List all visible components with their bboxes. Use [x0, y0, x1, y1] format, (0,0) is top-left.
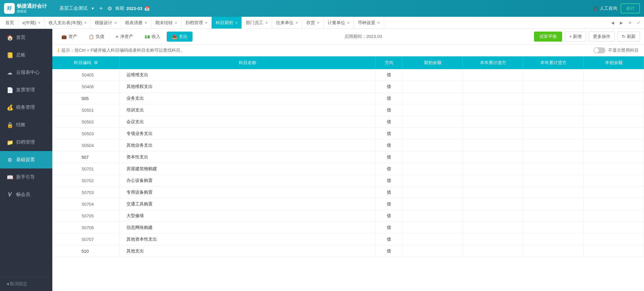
- close-icon[interactable]: ×: [205, 20, 207, 25]
- table-row[interactable]: 50707 其他资本性支出 借: [52, 234, 644, 245]
- balance-button[interactable]: 试算平衡: [534, 32, 562, 42]
- close-icon[interactable]: ×: [347, 20, 350, 25]
- cell-year-opening: [584, 210, 644, 222]
- cell-name: 其他支出: [119, 245, 376, 257]
- sidebar-item-settings[interactable]: ⚙ 基础设置: [0, 151, 52, 168]
- table-row[interactable]: 50706 信息网络购建 借: [52, 222, 644, 234]
- sidebar-item-vip[interactable]: V 畅会员: [0, 186, 52, 203]
- sidebar-footer-collapse[interactable]: ◄取消固定: [0, 277, 52, 291]
- tab-unit[interactable]: 计量单位 ×: [324, 17, 354, 29]
- close-icon[interactable]: ×: [296, 20, 298, 25]
- table-row[interactable]: 510 其他支出 借: [52, 245, 644, 257]
- logo-icon: 好: [4, 3, 15, 14]
- table-row[interactable]: 507 资本性支出 借: [52, 151, 644, 163]
- sidebar-item-cloud[interactable]: ☁ 云报表中心: [0, 64, 52, 81]
- sidebar-item-home[interactable]: 🏠 首页: [0, 29, 52, 46]
- cell-dir: 借: [376, 210, 402, 222]
- table-row[interactable]: 50406 其他维权支出 借: [52, 81, 644, 93]
- tab-dept[interactable]: 部门员工 ×: [242, 17, 272, 29]
- archive-icon: 📁: [7, 139, 13, 146]
- disable-toggle[interactable]: [593, 47, 605, 53]
- sub-tab-income[interactable]: 💵 收入: [140, 32, 165, 42]
- sub-tab-liability[interactable]: 📋 负债: [84, 32, 109, 42]
- tab-close-all[interactable]: ✕: [626, 19, 634, 27]
- cell-ytd-debit: [463, 69, 523, 81]
- sub-tab-asset[interactable]: 💼 资产: [56, 32, 82, 42]
- tab-nav-actions: ◀ ▶ ✕ ⤢: [608, 19, 643, 27]
- cell-opening: [402, 245, 463, 257]
- tab-counterpart[interactable]: 往来单位 ×: [272, 17, 302, 29]
- table-row[interactable]: 50703 专用设备购置 借: [52, 187, 644, 198]
- close-icon[interactable]: ×: [317, 20, 319, 25]
- table-row[interactable]: 50501 培训支出 借: [52, 104, 644, 116]
- table-row[interactable]: 50405 运维维支出 借: [52, 69, 644, 81]
- table-row[interactable]: 50503 专项业务支出 借: [52, 128, 644, 140]
- tip-text: 提示：按Ctrl + F键并输入科目编码或者科目名称可以查找科目。: [61, 47, 185, 53]
- close-icon[interactable]: ×: [265, 20, 268, 25]
- tab-taxform[interactable]: 税表清册 ×: [121, 17, 151, 29]
- cell-year-opening: [584, 222, 644, 234]
- settings-icon[interactable]: ⚙: [107, 5, 112, 12]
- table-row[interactable]: 505 业务支出 借: [52, 93, 644, 104]
- tab-scroll-left[interactable]: ◀: [608, 19, 616, 27]
- tab-periodend[interactable]: 期末结转 ×: [151, 17, 181, 29]
- sidebar-item-archive[interactable]: 📁 归档管理: [0, 134, 52, 151]
- more-button[interactable]: 更多操作: [589, 32, 615, 42]
- close-icon[interactable]: ×: [175, 20, 177, 25]
- cell-opening: [402, 234, 463, 245]
- cell-opening: [402, 140, 463, 151]
- cloud-icon: ☁: [7, 69, 13, 76]
- close-icon[interactable]: ×: [145, 20, 147, 25]
- refresh-button[interactable]: ↻ 刷新: [618, 32, 640, 42]
- sidebar-item-guide[interactable]: 📖 新手引导: [0, 168, 52, 186]
- account-button[interactable]: 会计: [621, 3, 640, 13]
- table-row[interactable]: 50701 房屋建筑物购建 借: [52, 163, 644, 175]
- th-year-opening: 年初余额: [584, 56, 644, 69]
- column-settings-icon[interactable]: ⚙: [94, 60, 98, 65]
- table-row[interactable]: 50704 交通工具购置 借: [52, 198, 644, 210]
- tab-scroll-right[interactable]: ▶: [617, 19, 625, 27]
- sub-tab-expense[interactable]: 📤 支出: [167, 32, 193, 42]
- close-icon[interactable]: ×: [235, 20, 237, 25]
- sidebar-item-close[interactable]: 🔒 结账: [0, 116, 52, 134]
- chevron-down-icon[interactable]: ▼: [91, 6, 95, 10]
- table-row[interactable]: 50502 会议支出 借: [52, 116, 644, 128]
- cell-ytd-credit: [523, 93, 584, 104]
- cell-dir: 借: [376, 128, 402, 140]
- cell-code: 50703: [52, 187, 119, 198]
- cell-ytd-debit: [463, 151, 523, 163]
- sidebar-item-tax[interactable]: 💰 税务管理: [0, 99, 52, 116]
- tab-expand[interactable]: ⤢: [635, 19, 643, 27]
- tab-annual[interactable]: 收入支出表(年报) ×: [45, 17, 91, 29]
- add-tab-btn[interactable]: +: [99, 5, 103, 12]
- close-icon[interactable]: ×: [84, 20, 87, 25]
- sidebar-item-ledger[interactable]: 📒 总账: [0, 46, 52, 64]
- sidebar-item-invoice[interactable]: 📄 发票管理: [0, 81, 52, 99]
- help-button[interactable]: 🎧 人工咨询: [593, 5, 617, 11]
- tab-subject-init[interactable]: 科目期初 ×: [212, 17, 242, 29]
- cell-code: 507: [52, 151, 119, 163]
- calendar-icon[interactable]: 📅: [144, 6, 150, 11]
- home-icon: 🏠: [7, 35, 13, 41]
- tab-currency[interactable]: 币种设置 ×: [354, 17, 384, 29]
- sub-tab-netasset[interactable]: ≡ 净资产: [111, 32, 138, 42]
- cell-ytd-credit: [523, 128, 584, 140]
- tab-midterm[interactable]: ε(中期) ×: [18, 17, 45, 29]
- table-row[interactable]: 50705 大型修缮 借: [52, 210, 644, 222]
- table-row[interactable]: 50702 办公设备购置 借: [52, 175, 644, 187]
- close-icon[interactable]: ×: [377, 20, 380, 25]
- cell-opening: [402, 198, 463, 210]
- add-button[interactable]: + 新增: [565, 32, 586, 42]
- close-icon[interactable]: ×: [114, 20, 117, 25]
- cell-code: 50405: [52, 69, 119, 81]
- tab-archive[interactable]: 归档管理 ×: [181, 17, 212, 29]
- tab-inventory[interactable]: 存货 ×: [302, 17, 324, 29]
- cell-ytd-credit: [523, 163, 584, 175]
- table-row[interactable]: 50504 其他业务支出 借: [52, 140, 644, 151]
- tab-template[interactable]: 模版设计 ×: [91, 17, 121, 29]
- period-info: 账期 2023-03 📅: [115, 5, 150, 11]
- cell-name: 房屋建筑物购建: [119, 163, 376, 175]
- tab-home[interactable]: 首页: [1, 17, 18, 29]
- main-layout: 🏠 首页 📒 总账 ☁ 云报表中心 📄 发票管理 💰 税务管理 🔒 结账 📁 归…: [0, 29, 644, 291]
- close-icon[interactable]: ×: [38, 20, 40, 25]
